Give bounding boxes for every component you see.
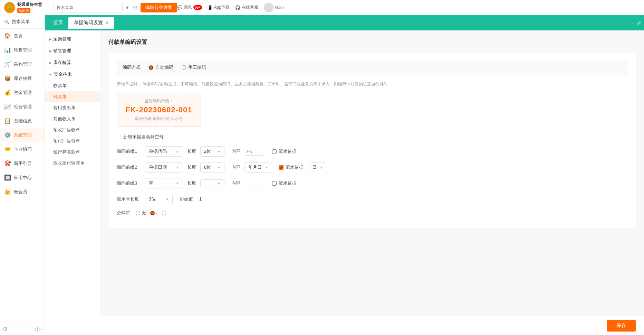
stream3-checkbox[interactable] <box>272 181 277 186</box>
sidebar-item-finance[interactable]: 💰 资金管理 <box>0 85 45 100</box>
expand-icon[interactable]: ⤢ <box>637 20 641 26</box>
settings-icon[interactable]: ⚙ <box>132 4 138 11</box>
purchase-icon: 🛒 <box>4 61 11 67</box>
example-desc: 单据代码-单据日期-流水号 <box>125 116 192 122</box>
submenu-header-purchase[interactable]: ▶ 采购管理 <box>45 33 100 45</box>
len2-select[interactable]: 8位 ▼ <box>200 162 224 173</box>
member-icon: 👑 <box>4 188 11 195</box>
sidebar: 🔍 搜索菜单 🏠 首页 📊 销售管理 🛒 采购管理 📦 库存核算 💰 资金管理 … <box>0 15 45 335</box>
sep-dash-label[interactable]: · <box>162 211 169 216</box>
start-value-input[interactable] <box>197 195 225 203</box>
main-layout: 🔍 搜索菜单 🏠 首页 📊 销售管理 🛒 采购管理 📦 库存核算 💰 资金管理 … <box>0 15 644 335</box>
content3-label: 内容 <box>231 180 240 186</box>
content1-input[interactable] <box>244 147 265 156</box>
basic-icon: 📋 <box>4 118 11 124</box>
sales-icon: 📊 <box>4 47 11 53</box>
submenu-child-receipt[interactable]: 收款单 <box>45 80 100 91</box>
stream2-checkbox[interactable] <box>279 165 283 170</box>
sidebar-item-appcenter[interactable]: 🔲 应用中心 <box>0 170 45 185</box>
tab-home[interactable]: 首页 <box>48 17 68 29</box>
system-icon: ⚙️ <box>4 132 11 138</box>
submenu-child-prepay-pay[interactable]: 预付冲应付单 <box>45 136 100 147</box>
serial-length-label: 流水号长度 <box>117 196 141 202</box>
submenu-child-other-income[interactable]: 其他收入单 <box>45 113 100 124</box>
manual-encoding-radio[interactable] <box>182 65 186 70</box>
top-bar: 🍀 畅通道好生意 插曲版 ▼ ⚙ 体验行业方案 💬 消息 99+ 📱 App下载… <box>0 0 644 15</box>
chevron-down-icon: ▼ <box>265 166 268 169</box>
auto-encoding-label[interactable]: 自动编码 <box>149 64 173 71</box>
submenu-child-bank-deposit[interactable]: 银行存取款单 <box>45 147 100 158</box>
sep-dot-radio[interactable] <box>150 211 155 215</box>
search-input[interactable] <box>54 3 123 12</box>
sep-none-label[interactable]: 无 <box>136 210 146 216</box>
serial-length-select[interactable]: 3位 ▼ <box>145 194 173 204</box>
sidebar-item-operation[interactable]: 📈 经营管理 <box>0 100 45 114</box>
len3-select[interactable]: ▼ <box>200 179 224 187</box>
top-bar-left: 🍀 畅通道好生意 插曲版 ▼ ⚙ 体验行业方案 <box>4 2 177 13</box>
app-download-btn[interactable]: 📱 App下载 <box>208 4 230 10</box>
sidebar-item-enterprise[interactable]: 🤝 企业协同 <box>0 142 45 156</box>
message-icon: 💬 <box>177 5 182 10</box>
len1-label: 长度 <box>187 148 196 155</box>
submenu-header-capital[interactable]: ▼ 资金往来 <box>45 68 100 80</box>
chevron-down-icon: ▼ <box>217 150 221 153</box>
stream2-unit-select[interactable]: 日 ▼ <box>309 162 326 172</box>
example-box: 当前编码示例： FK-20230602-001 单据代码-单据日期-流水号 <box>117 93 201 127</box>
chevron-down-icon: ▼ <box>176 166 179 169</box>
separator-label: 分隔符 <box>117 210 130 216</box>
stream1-check: 流水依据 <box>272 148 297 155</box>
stream1-checkbox[interactable] <box>272 149 277 154</box>
minimize-icon[interactable]: — <box>628 20 634 26</box>
tab-bar-actions: — ⤢ <box>628 20 641 26</box>
sidebar-item-purchase[interactable]: 🛒 采购管理 <box>0 57 45 71</box>
prefix3-select[interactable]: 空 ▼ <box>145 178 183 188</box>
sidebar-item-member[interactable]: 👑 畅会员 <box>0 185 45 199</box>
settings-bottom-icon[interactable]: ⚙ <box>3 326 8 332</box>
sep-none-radio[interactable] <box>136 211 140 215</box>
logo-icon: 🍀 <box>4 2 15 13</box>
submenu-child-payment[interactable]: 付款单 <box>45 91 100 102</box>
nav-dropdown[interactable]: ▼ <box>125 5 129 10</box>
sidebar-item-inventory[interactable]: 📦 库存核算 <box>0 71 45 85</box>
start-value-label: 起始值 <box>180 196 193 202</box>
save-button[interactable]: 保存 <box>607 320 636 332</box>
service-icon: 🎧 <box>235 5 240 10</box>
content2-select[interactable]: 年月日 ▼ <box>244 162 272 173</box>
home-icon: 🏠 <box>4 32 11 39</box>
content3-input[interactable] <box>244 179 265 187</box>
submenu-child-expense[interactable]: 费用支出单 <box>45 102 100 113</box>
submenu-header-sales[interactable]: ▶ 销售管理 <box>45 45 100 57</box>
sidebar-item-guide[interactable]: 🎯 新手引导 <box>0 156 45 170</box>
collapse-icon[interactable]: ◁▷ <box>33 326 42 332</box>
sidebar-item-sales[interactable]: 📊 销售管理 <box>0 43 45 57</box>
search-icon: 🔍 <box>4 19 10 25</box>
prefix2-select[interactable]: 单据日期 ▼ <box>145 162 183 173</box>
submenu-child-ar-ap-adjust[interactable]: 应收应付调整单 <box>45 158 100 169</box>
message-btn[interactable]: 💬 消息 99+ <box>177 4 202 10</box>
sep-dash-radio[interactable] <box>162 211 166 215</box>
user-area[interactable]: Nare <box>264 3 284 12</box>
submenu-header-inventory[interactable]: ▶ 库存核算 <box>45 57 100 68</box>
submenu-group-capital: ▼ 资金往来 收款单 付款单 费用支出单 其他收入单 <box>45 68 100 169</box>
sidebar-item-system[interactable]: ⚙️ 系统管理 <box>0 128 45 142</box>
auto-fill-checkbox[interactable] <box>117 135 121 139</box>
prefix1-select[interactable]: 单据代码 ▼ <box>145 146 183 157</box>
len1-select[interactable]: 2位 ▼ <box>200 146 224 157</box>
sep-dot-label[interactable]: · <box>150 211 157 216</box>
tab-close-icon[interactable]: ✕ <box>105 20 108 25</box>
auto-encoding-radio[interactable] <box>149 65 153 70</box>
submenu-child-prepay-receive[interactable]: 预收冲应收单 <box>45 124 100 136</box>
content1-label: 内容 <box>231 148 240 155</box>
submenu-group-purchase: ▶ 采购管理 <box>45 33 100 45</box>
separator-row: 分隔符 无 · <box>117 210 627 216</box>
online-service-btn[interactable]: 🎧 在线客服 <box>235 4 258 10</box>
arrow-icon: ▶ <box>49 61 52 65</box>
manual-encoding-label[interactable]: 手工编码 <box>182 64 206 71</box>
page-content: 付款单编码设置 编码方式 自动编码 手工编码 <box>100 30 644 316</box>
tab-encoding[interactable]: 单据编码设置 ✕ <box>68 17 114 29</box>
chevron-down-icon: ▼ <box>217 182 221 185</box>
sidebar-item-home[interactable]: 🏠 首页 <box>0 29 45 43</box>
experience-btn[interactable]: 体验行业方案 <box>141 3 177 12</box>
sidebar-search[interactable]: 🔍 搜索菜单 <box>0 15 45 29</box>
sidebar-item-basic[interactable]: 📋 基础信息 <box>0 114 45 128</box>
